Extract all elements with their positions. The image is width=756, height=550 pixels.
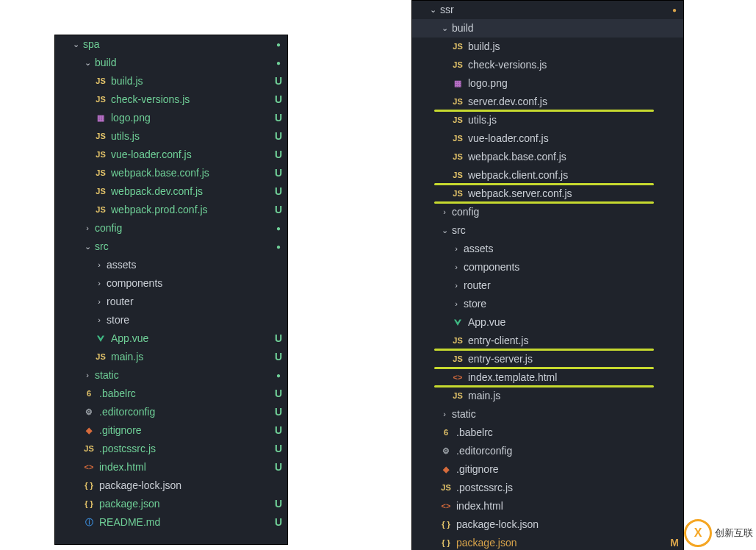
tree-file[interactable]: ▦logo.pngU	[55, 109, 287, 127]
vue-icon	[452, 313, 464, 332]
tree-item-label: assets	[464, 240, 666, 258]
tree-item-label: check-versions.js	[468, 56, 666, 74]
tree-item-label: router	[107, 293, 270, 311]
tree-file[interactable]: <>index.html	[412, 497, 683, 515]
tree-file[interactable]: { }package.jsonU	[55, 495, 287, 513]
chevron-down-icon: ⌄	[83, 238, 92, 256]
json-icon: { }	[440, 515, 452, 534]
tree-folder[interactable]: ›static	[412, 405, 683, 424]
json-icon: { }	[440, 534, 452, 550]
tree-item-label: entry-server.js	[468, 350, 666, 368]
tree-file[interactable]: JS.postcssrc.js	[412, 479, 683, 497]
html-icon: <>	[440, 497, 452, 515]
tree-folder[interactable]: ⌄build	[412, 19, 683, 38]
js-icon: JS	[452, 129, 464, 148]
tree-file[interactable]: JSutils.jsU	[55, 127, 287, 146]
tree-item-label: config	[95, 219, 270, 238]
chevron-right-icon: ›	[95, 311, 104, 329]
js-icon: JS	[452, 166, 464, 185]
tree-item-label: .postcssrc.js	[456, 479, 666, 497]
tree-root-ssr[interactable]: ⌄ ssr ●	[412, 1, 683, 19]
tree-file[interactable]: ⚙.editorconfig	[412, 442, 683, 460]
tree-item-label: package.json	[99, 495, 270, 513]
tree-item-label: entry-client.js	[468, 332, 666, 350]
chevron-down-icon: ⌄	[440, 221, 449, 240]
tree-item-label: .babelrc	[99, 385, 270, 403]
git-status-untracked: U	[270, 72, 287, 90]
tree-file[interactable]: 6.babelrc	[412, 424, 683, 442]
tree-file[interactable]: JSvue-loader.conf.js	[412, 129, 683, 148]
tree-file[interactable]: JSentry-client.js	[412, 332, 683, 350]
tree-file[interactable]: JSwebpack.prod.conf.jsU	[55, 201, 287, 219]
tree-folder[interactable]: ›router	[412, 276, 683, 295]
git-status-untracked: U	[270, 329, 287, 348]
tree-file[interactable]: JScheck-versions.js	[412, 56, 683, 74]
tree-file[interactable]: App.vueU	[55, 329, 287, 348]
tree-file[interactable]: JSvue-loader.conf.jsU	[55, 146, 287, 164]
tree-file[interactable]: JSwebpack.client.conf.js	[412, 166, 683, 185]
tree-folder[interactable]: ›store	[412, 295, 683, 313]
status-dot-icon: ●	[270, 238, 287, 256]
tree-folder[interactable]: ›assets	[412, 240, 683, 258]
tree-file[interactable]: JSwebpack.base.conf.js	[412, 148, 683, 166]
tree-file[interactable]: { }package-lock.json	[55, 476, 287, 495]
tree-file[interactable]: JS.postcssrc.jsU	[55, 440, 287, 458]
tree-file[interactable]: JSmain.js	[412, 387, 683, 405]
tree-folder[interactable]: ›config●	[55, 219, 287, 238]
tree-folder[interactable]: ›router	[55, 293, 287, 311]
tree-file[interactable]: <>index.htmlU	[55, 458, 287, 476]
tree-file[interactable]: JSbuild.js	[412, 38, 683, 56]
tree-item-label: vue-loader.conf.js	[111, 146, 270, 164]
tree-item-label: check-versions.js	[111, 90, 270, 109]
tree-root-spa[interactable]: ⌄ spa ●	[55, 35, 287, 54]
tree-file[interactable]: JScheck-versions.jsU	[55, 90, 287, 109]
tree-file[interactable]: JSmain.jsU	[55, 348, 287, 366]
chevron-right-icon: ›	[452, 240, 461, 258]
tree-folder[interactable]: ›components	[55, 274, 287, 293]
tree-folder[interactable]: ›components	[412, 258, 683, 276]
tree-item-label: main.js	[111, 348, 270, 366]
status-dot-icon: ●	[270, 35, 287, 54]
tree-file[interactable]: ▦logo.png	[412, 74, 683, 93]
chevron-down-icon: ⌄	[428, 1, 437, 19]
tree-folder[interactable]: ›config	[412, 203, 683, 221]
tree-folder[interactable]: ⌄src	[412, 221, 683, 240]
tree-file[interactable]: ◆.gitignore	[412, 460, 683, 479]
tree-item-label: webpack.client.conf.js	[468, 166, 666, 185]
tree-folder[interactable]: ⌄src●	[55, 238, 287, 256]
html-icon: <>	[83, 458, 95, 476]
tree-file[interactable]: App.vue	[412, 313, 683, 332]
chevron-right-icon: ›	[452, 258, 461, 276]
tree-folder[interactable]: ›store	[55, 311, 287, 329]
tree-item-label: README.md	[99, 513, 270, 532]
tree-file[interactable]: { }package-lock.json	[412, 515, 683, 534]
tree-file[interactable]: 6.babelrcU	[55, 385, 287, 403]
tree-item-label: webpack.server.conf.js	[468, 185, 666, 203]
js-icon: JS	[95, 90, 107, 109]
tree-item-label: components	[464, 258, 666, 276]
chevron-right-icon: ›	[452, 276, 461, 295]
tree-file[interactable]: ◆.gitignoreU	[55, 421, 287, 440]
tree-file[interactable]: JSwebpack.base.conf.jsU	[55, 164, 287, 182]
tree-file[interactable]: ⓘREADME.mdU	[55, 513, 287, 532]
tree-item-label: package.json	[456, 534, 666, 550]
tree-item-label: .editorconfig	[99, 403, 270, 421]
tree-file[interactable]: ⚙.editorconfigU	[55, 403, 287, 421]
tree-file[interactable]: JSentry-server.js	[412, 350, 683, 368]
tree-file[interactable]: JSwebpack.dev.conf.jsU	[55, 182, 287, 201]
tree-file[interactable]: JSbuild.jsU	[55, 72, 287, 90]
babel-icon: 6	[440, 424, 452, 442]
tree-folder[interactable]: ⌄build●	[55, 54, 287, 72]
tree-file[interactable]: JSserver.dev.conf.js	[412, 93, 683, 111]
tree-folder[interactable]: ›assets	[55, 256, 287, 274]
js-icon: JS	[95, 127, 107, 146]
git-status-untracked: U	[270, 201, 287, 219]
git-status-untracked: U	[270, 164, 287, 182]
tree-item-label: static	[95, 366, 270, 385]
tree-file[interactable]: { }package.jsonM	[412, 534, 683, 550]
vue-icon	[95, 329, 107, 348]
tree-file[interactable]: JSwebpack.server.conf.js	[412, 185, 683, 203]
tree-folder[interactable]: ›static●	[55, 366, 287, 385]
tree-file[interactable]: JSutils.js	[412, 111, 683, 129]
tree-file[interactable]: <>index.template.html	[412, 368, 683, 387]
